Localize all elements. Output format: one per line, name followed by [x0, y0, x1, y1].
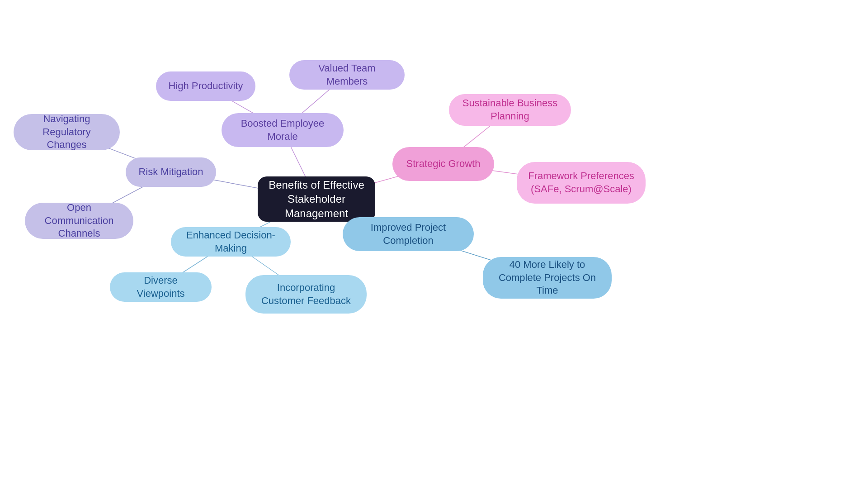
- enhanced-decision-making-label: Enhanced Decision-Making: [180, 229, 282, 255]
- center-node: Benefits of Effective Stakeholder Manage…: [258, 176, 375, 222]
- sustainable-business-node: Sustainable Business Planning: [449, 94, 571, 126]
- boosted-employee-morale-node: Boosted Employee Morale: [222, 113, 344, 147]
- navigating-regulatory-node: Navigating Regulatory Changes: [14, 114, 120, 150]
- diverse-viewpoints-node: Diverse Viewpoints: [110, 272, 212, 302]
- high-productivity-label: High Productivity: [168, 80, 243, 93]
- high-productivity-node: High Productivity: [156, 71, 255, 101]
- improved-project-completion-label: Improved Project Completion: [352, 221, 465, 247]
- improved-project-completion-node: Improved Project Completion: [343, 217, 474, 251]
- enhanced-decision-making-node: Enhanced Decision-Making: [171, 227, 291, 257]
- forty-more-likely-node: 40 More Likely to Complete Projects On T…: [483, 257, 612, 299]
- incorporating-customer-feedback-node: Incorporating Customer Feedback: [245, 275, 367, 314]
- strategic-growth-label: Strategic Growth: [406, 157, 481, 171]
- strategic-growth-node: Strategic Growth: [392, 147, 494, 181]
- framework-preferences-label: Framework Preferences (SAFe, Scrum@Scale…: [526, 170, 637, 195]
- risk-mitigation-label: Risk Mitigation: [138, 166, 203, 179]
- framework-preferences-node: Framework Preferences (SAFe, Scrum@Scale…: [517, 162, 646, 204]
- risk-mitigation-node: Risk Mitigation: [126, 157, 216, 187]
- sustainable-business-label: Sustainable Business Planning: [458, 97, 562, 123]
- open-communication-node: Open Communication Channels: [25, 203, 133, 239]
- boosted-employee-morale-label: Boosted Employee Morale: [231, 117, 335, 143]
- diverse-viewpoints-label: Diverse Viewpoints: [119, 274, 203, 300]
- forty-more-likely-label: 40 More Likely to Complete Projects On T…: [492, 258, 603, 297]
- incorporating-customer-feedback-label: Incorporating Customer Feedback: [255, 281, 358, 307]
- open-communication-label: Open Communication Channels: [34, 201, 124, 240]
- valued-team-members-node: Valued Team Members: [289, 60, 405, 90]
- center-label: Benefits of Effective Stakeholder Manage…: [267, 178, 366, 220]
- valued-team-members-label: Valued Team Members: [298, 62, 396, 88]
- navigating-regulatory-label: Navigating Regulatory Changes: [23, 113, 111, 152]
